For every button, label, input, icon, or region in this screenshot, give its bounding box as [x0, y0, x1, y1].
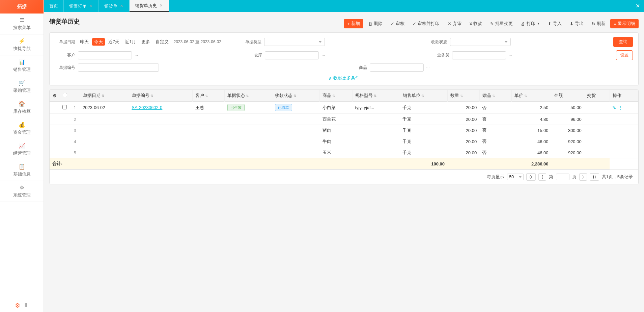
tab-bar-close-btn[interactable]: ✕	[632, 3, 644, 9]
tab-sales-order[interactable]: 销售订单 ✕	[64, 0, 99, 12]
select-all-checkbox[interactable]	[63, 93, 67, 97]
refresh-button[interactable]: ↻ 刷新	[588, 19, 609, 28]
row-sales-unit: 千克	[400, 147, 447, 158]
sidebar-item-sales-mgmt[interactable]: 📊 销售管理	[0, 55, 44, 76]
shortcut-1month[interactable]: 近1月	[123, 38, 138, 46]
query-button[interactable]: 查询	[613, 37, 633, 47]
col-collection-status[interactable]: 收款状态 ⇅	[272, 90, 320, 102]
row-amount: 920.00	[551, 136, 584, 147]
col-doc-no[interactable]: 单据编号 ⇅	[129, 90, 193, 102]
row-checkbox[interactable]	[60, 147, 70, 158]
row-actions	[610, 114, 638, 125]
collection-status-select[interactable]	[450, 38, 511, 46]
batch-change-button[interactable]: ✎ 批量变更	[487, 19, 516, 28]
sidebar-item-basic-info[interactable]: 📋 基础信息	[0, 160, 44, 181]
doc-type-select[interactable]	[264, 38, 325, 46]
warehouse-picker-icon[interactable]: ···	[321, 53, 325, 58]
customer-input[interactable]	[78, 51, 132, 59]
setup-button[interactable]: 设置	[616, 50, 633, 60]
row-doc-no[interactable]	[129, 147, 193, 158]
export-button[interactable]: ⬇ 导出	[566, 19, 587, 28]
salesperson-picker-icon[interactable]: ···	[509, 53, 512, 58]
tab-sales-history[interactable]: 销货单历史 ✕	[130, 0, 169, 12]
row-select-checkbox[interactable]	[62, 105, 67, 109]
row-doc-no[interactable]	[129, 114, 193, 125]
delete-button[interactable]: 🗑 删除	[365, 19, 386, 28]
import-button[interactable]: ⬆ 导入	[544, 19, 565, 28]
sidebar-item-operations[interactable]: 📈 经营管理	[0, 139, 44, 160]
tab-bar: 首页 销售订单 ✕ 销货单 ✕ 销货单历史 ✕ ✕	[44, 0, 644, 12]
first-page-btn[interactable]: ⟨⟨	[526, 173, 536, 181]
col-unit-price[interactable]: 单价 ⇅	[511, 90, 551, 102]
sidebar-settings-icon[interactable]: ⚙	[15, 302, 20, 309]
warehouse-input[interactable]	[265, 51, 319, 59]
audit-button[interactable]: ✓ 审核	[387, 19, 408, 28]
sidebar-item-purchase-mgmt[interactable]: 🛒 采购管理	[0, 76, 44, 97]
col-goods[interactable]: 商品 ⇅	[320, 90, 353, 102]
tab-sales-history-close[interactable]: ✕	[159, 3, 163, 8]
col-doc-date[interactable]: 单据日期 ⇅	[80, 90, 129, 102]
sort-gift-icon: ⇅	[492, 94, 495, 98]
collect-button[interactable]: ¥ 收款	[466, 19, 485, 28]
page-size-select[interactable]: 50 100 200	[507, 174, 524, 180]
row-spec-type	[352, 147, 400, 158]
prev-page-btn[interactable]: ⟨	[538, 173, 546, 181]
abandon-button[interactable]: ✕ 弃审	[444, 19, 465, 28]
more-action-icon[interactable]: ⋮	[618, 105, 623, 110]
tab-home[interactable]: 首页	[44, 0, 64, 12]
print-button[interactable]: 🖨 打印 ▼	[517, 19, 543, 28]
goods-label: 商品	[347, 65, 367, 71]
tab-sales-order-close[interactable]: ✕	[89, 4, 93, 8]
goods-input[interactable]	[370, 63, 424, 72]
row-doc-status: 已生效	[225, 102, 272, 114]
row-checkbox[interactable]	[60, 125, 70, 136]
sidebar-item-search-menu[interactable]: ☰ 搜索菜单	[0, 14, 44, 34]
col-actions: 操作	[610, 90, 638, 102]
add-button[interactable]: + 新增	[344, 19, 364, 28]
sidebar-item-system-mgmt[interactable]: ⚙ 系统管理	[0, 181, 44, 202]
collapse-button[interactable]: ∧ 收起更多条件	[55, 75, 633, 81]
shortcut-custom[interactable]: 自定义	[153, 38, 171, 46]
row-sales-unit: 千克	[400, 102, 447, 114]
row-checkbox[interactable]	[60, 136, 70, 147]
col-settings[interactable]: ⚙	[50, 90, 60, 102]
sidebar-collapse-icon[interactable]: ⏸	[23, 302, 29, 309]
shortcut-yesterday[interactable]: 昨天	[78, 38, 91, 46]
edit-action-icon[interactable]: ✎	[612, 105, 616, 110]
col-spec-type[interactable]: 规格型号 ⇅	[352, 90, 400, 102]
tab-sales-history-label: 销货单历史	[135, 3, 157, 9]
row-checkbox[interactable]	[60, 114, 70, 125]
row-checkbox[interactable]	[60, 102, 70, 114]
settings-gear-icon[interactable]: ⚙	[53, 93, 57, 98]
sidebar-item-inventory[interactable]: 🏠 库存核算	[0, 97, 44, 118]
customer-picker-icon[interactable]: ···	[135, 53, 138, 58]
last-page-btn[interactable]: ⟩⟩	[590, 173, 599, 181]
goods-picker-icon[interactable]: ···	[426, 65, 430, 70]
tab-sales-delivery[interactable]: 销货单 ✕	[99, 0, 130, 12]
shortcut-today[interactable]: 今天	[92, 38, 105, 46]
page-number-input[interactable]: 1	[556, 174, 569, 180]
col-doc-status[interactable]: 单据状态 ⇅	[225, 90, 272, 102]
col-customer[interactable]: 客户 ⇅	[193, 90, 225, 102]
row-doc-no[interactable]: SA-20230602-0	[129, 102, 193, 114]
row-doc-status	[225, 136, 272, 147]
sidebar-item-quick-nav[interactable]: ⚡ 快捷导航	[0, 34, 44, 55]
sidebar-item-finance[interactable]: 💰 资金管理	[0, 118, 44, 139]
col-sales-unit[interactable]: 销售单位 ⇅	[400, 90, 447, 102]
shortcut-7days[interactable]: 近7天	[106, 38, 121, 46]
salesperson-input[interactable]	[452, 51, 506, 59]
shortcut-more[interactable]: 更多	[139, 38, 152, 46]
next-page-btn[interactable]: ⟩	[579, 173, 587, 181]
delete-icon: 🗑	[368, 21, 372, 26]
audit-print-button[interactable]: ✓ 审核并打印	[409, 19, 443, 28]
col-gift[interactable]: 赠品 ⇅	[479, 90, 511, 102]
show-detail-button[interactable]: ≡ 显示明细	[610, 19, 639, 28]
filter-row-1: 单据日期 昨天 今天 近7天 近1月 更多 自定义 2023-06-02 至 2…	[55, 37, 633, 47]
sort-sales-unit-icon: ⇅	[421, 94, 424, 98]
row-doc-no[interactable]	[129, 125, 193, 136]
doc-no-link[interactable]: SA-20230602-0	[132, 105, 162, 110]
doc-number-input[interactable]	[78, 63, 159, 72]
col-quantity[interactable]: 数量 ⇅	[447, 90, 479, 102]
row-doc-no[interactable]	[129, 136, 193, 147]
tab-sales-delivery-close[interactable]: ✕	[119, 4, 124, 8]
